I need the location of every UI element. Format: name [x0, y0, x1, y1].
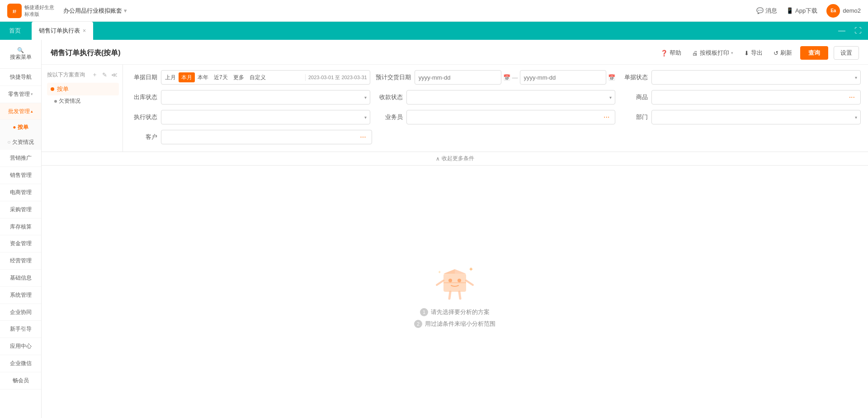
empty-hint-1: 1 请先选择要分析的方案 — [420, 308, 490, 316]
date-separator: — — [512, 74, 518, 81]
help-btn[interactable]: ❓ 帮助 — [658, 47, 684, 59]
page-title-bar: 销售订单执行表(按单) ❓ 帮助 🖨 按模板打印 ▾ ⬇ 导出 — [42, 40, 868, 65]
breadcrumb: 办公用品行业模拟账套 ▾ — [63, 7, 127, 15]
expected-date-range: 📅 — 📅 — [415, 70, 616, 85]
sidebar-item-weixin[interactable]: 企业微信 — [0, 355, 41, 372]
sidebar-item-ecommerce[interactable]: 电商管理 — [0, 184, 41, 201]
goods-input[interactable] — [656, 94, 847, 101]
customer-dots-btn[interactable]: ··· — [358, 133, 368, 141]
filter-item-out-state: 出库状态 ▾ — [130, 90, 370, 104]
department-label: 部门 — [621, 113, 648, 121]
refresh-icon: ↺ — [774, 50, 778, 57]
doc-state-label: 单据状态 — [621, 73, 648, 81]
date-btn-this-year[interactable]: 本年 — [195, 72, 211, 82]
scheme-sub-debt[interactable]: 欠资情况 — [52, 95, 119, 107]
user-profile[interactable]: Ea demo2 — [826, 4, 861, 18]
scheme-add-btn[interactable]: ＋ — [90, 70, 99, 79]
sidebar-item-enterprise[interactable]: 企业协同 — [0, 304, 41, 321]
filter-row-4: 客户 ··· — [130, 130, 861, 144]
sidebar-item-guide[interactable]: 新手引导 — [0, 321, 41, 338]
sidebar-item-finance[interactable]: 资金管理 — [0, 235, 41, 252]
date-btn-this-month[interactable]: 本月 — [179, 72, 195, 82]
date-btn-custom[interactable]: 自定义 — [247, 72, 269, 82]
out-state-label: 出库状态 — [130, 93, 157, 101]
sidebar-item-purchase[interactable]: 采购管理 — [0, 201, 41, 218]
filter-row-3: 执行状态 ▾ 业务员 — [130, 110, 861, 124]
filter-item-salesperson: 业务员 ··· — [376, 110, 616, 124]
sidebar-item-member[interactable]: 畅会员 — [0, 372, 41, 390]
tab-bar-actions: — ⛶ — [835, 24, 868, 37]
collect-state-select[interactable] — [406, 90, 616, 104]
customer-input[interactable] — [165, 134, 358, 141]
scheme-item-by-order[interactable]: 按单 — [47, 83, 119, 95]
goods-dots-btn[interactable]: ··· — [847, 93, 857, 101]
calendar-icon-2[interactable]: 📅 — [608, 74, 615, 81]
sidebar-item-sales[interactable]: 销售管理 — [0, 167, 41, 184]
sidebar-item-inventory[interactable]: 库存核算 — [0, 218, 41, 236]
salesperson-dots-btn[interactable]: ··· — [602, 113, 611, 121]
sidebar-item-basic[interactable]: 基础信息 — [0, 270, 41, 287]
doc-state-select[interactable] — [651, 70, 861, 85]
svg-text:✦: ✦ — [468, 266, 474, 273]
main-layout: 🔍 搜索菜单 快捷导航 零售管理 ▾ 批发管理 ▴ ● 按单 ○ 欠资情况 营销… — [0, 40, 868, 418]
page-title-actions: ❓ 帮助 🖨 按模板打印 ▾ ⬇ 导出 ↺ 刷新 — [658, 46, 859, 60]
collapse-more-btn[interactable]: ∧ 收起更多条件 — [436, 155, 474, 162]
app-download-action[interactable]: 📱 App下载 — [786, 7, 817, 15]
tab-home[interactable]: 首页 — [0, 22, 30, 40]
message-action[interactable]: 💬 消息 — [756, 7, 777, 15]
sub-dot-icon: ○ — [7, 139, 10, 145]
settings-btn[interactable]: 设置 — [834, 46, 859, 60]
sidebar-item-appstore[interactable]: 应用中心 — [0, 338, 41, 355]
header-right: 💬 消息 📱 App下载 Ea demo2 — [756, 4, 861, 18]
breadcrumb-text: 办公用品行业模拟账套 — [63, 7, 122, 15]
sidebar-quick-nav[interactable]: 快捷导航 — [0, 69, 41, 86]
doc-state-select-wrap: ▾ — [651, 70, 861, 85]
scheme-collapse-btn[interactable]: ≪ — [110, 70, 119, 79]
sidebar-item-retail[interactable]: 零售管理 ▾ — [0, 86, 41, 103]
svg-point-4 — [448, 279, 452, 282]
svg-line-8 — [449, 292, 450, 299]
tab-minimize-btn[interactable]: — — [835, 24, 848, 37]
svg-text:好: 好 — [12, 10, 17, 14]
sidebar-item-system[interactable]: 系统管理 — [0, 287, 41, 304]
expected-date-end[interactable] — [520, 70, 607, 85]
sidebar-item-operation[interactable]: 经营管理 — [0, 252, 41, 270]
expected-date-start[interactable] — [415, 70, 501, 85]
out-state-select[interactable] — [161, 90, 370, 104]
export-btn[interactable]: ⬇ 导出 — [741, 47, 765, 59]
query-btn[interactable]: 查询 — [800, 46, 828, 60]
filter-item-exec-state: 执行状态 ▾ — [130, 110, 370, 124]
filter-item-doc-date: 单据日期 上月 本月 本年 近7天 更多 自定义 20 — [130, 70, 370, 85]
sidebar-item-wholesale[interactable]: 批发管理 ▴ — [0, 103, 41, 120]
date-btn-7days[interactable]: 近7天 — [211, 72, 231, 82]
filter-item-department: 部门 ▾ — [621, 110, 861, 124]
scheme-header: 按以下方案查询 ＋ ✎ ≪ — [47, 70, 119, 79]
logo-text: 畅捷通好生意 标准版 — [24, 4, 54, 17]
scheme-edit-btn[interactable]: ✎ — [100, 70, 109, 79]
date-range-text: 2023-03-01 至 2023-03-31 — [305, 74, 370, 81]
exec-state-select[interactable] — [161, 110, 370, 124]
svg-line-7 — [466, 280, 473, 285]
tab-maximize-btn[interactable]: ⛶ — [852, 24, 864, 37]
sidebar-sub-item-debt[interactable]: ○ 欠资情况 — [0, 135, 41, 150]
filter-item-collect-state: 收款状态 ▾ — [376, 90, 616, 104]
help-icon: ❓ — [660, 50, 668, 57]
department-select[interactable] — [651, 110, 861, 124]
tab-close-icon[interactable]: × — [83, 28, 86, 33]
message-icon: 💬 — [756, 7, 764, 14]
sidebar-sub-item-by-order[interactable]: ● 按单 — [0, 120, 41, 135]
tab-bar: 首页 销售订单执行表 × — ⛶ — [0, 22, 868, 40]
sidebar-item-marketing[interactable]: 营销推广 — [0, 150, 41, 167]
date-btn-more[interactable]: 更多 — [231, 72, 247, 82]
content-area: 销售订单执行表(按单) ❓ 帮助 🖨 按模板打印 ▾ ⬇ 导出 — [42, 40, 868, 418]
refresh-btn[interactable]: ↺ 刷新 — [771, 47, 795, 59]
calendar-icon-1[interactable]: 📅 — [503, 74, 510, 81]
breadcrumb-dropdown-icon[interactable]: ▾ — [124, 7, 127, 14]
salesperson-input[interactable] — [410, 114, 602, 121]
date-btn-last-month[interactable]: 上月 — [162, 72, 179, 82]
search-menu-btn[interactable]: 🔍 搜索菜单 — [4, 44, 38, 64]
print-btn[interactable]: 🖨 按模板打印 ▾ — [689, 47, 736, 59]
logo-area: 好 畅捷通好生意 标准版 — [7, 4, 54, 18]
tab-active[interactable]: 销售订单执行表 × — [32, 22, 93, 40]
top-header: 好 畅捷通好生意 标准版 办公用品行业模拟账套 ▾ 💬 消息 📱 App下载 E… — [0, 0, 868, 22]
